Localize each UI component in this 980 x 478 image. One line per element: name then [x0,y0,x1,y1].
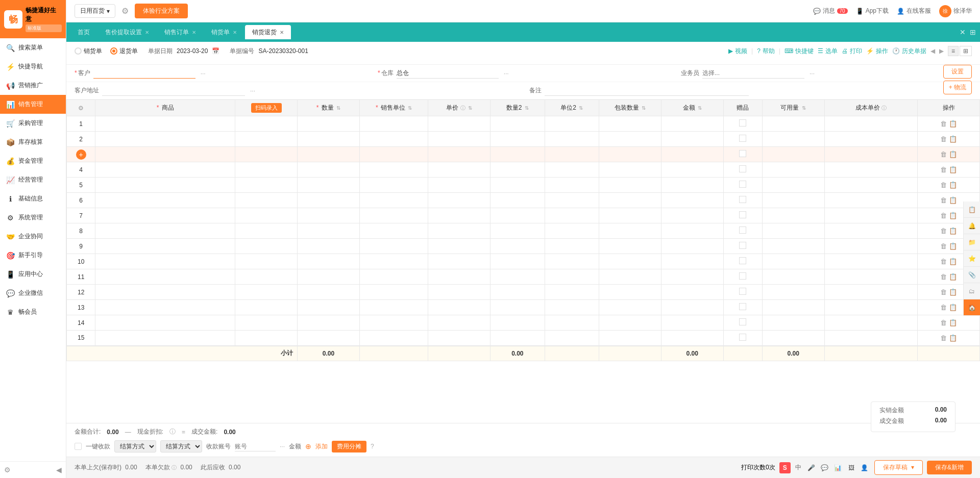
cell-unit-5[interactable] [359,178,428,193]
cell-gift-14[interactable] [723,315,762,331]
cell-pack-3[interactable] [599,147,662,162]
copy-row-btn-6[interactable]: 📋 [949,196,957,204]
address-more-icon[interactable]: ··· [250,87,255,94]
cell-product-8[interactable] [95,223,235,239]
right-btn-file[interactable]: 🗂 [964,283,980,299]
cell-qty-5[interactable] [298,178,360,193]
cell-unit-12[interactable] [359,285,428,300]
delete-row-btn-10[interactable]: 🗑 [940,258,947,265]
cell-gift-5[interactable] [723,178,762,193]
sidebar-item-marketing[interactable]: 📢 营销推广 [0,76,66,95]
copy-row-btn-5[interactable]: 📋 [949,181,957,189]
cell-amount-8[interactable] [661,223,723,239]
cell-gift-6[interactable] [723,193,762,208]
cell-available-13[interactable] [762,300,824,315]
toolbar-shortcut[interactable]: ⌨ 快捷键 [785,47,814,56]
cell-cost-10[interactable] [824,254,918,269]
gift-checkbox-11[interactable] [739,272,746,280]
toolbar-operate[interactable]: ⚡ 操作 [866,47,888,56]
address-input[interactable] [102,85,245,96]
delete-row-btn-15[interactable]: 🗑 [940,334,947,342]
customer-more-icon[interactable]: ··· [201,70,206,77]
cell-qty2-14[interactable] [491,315,545,331]
cell-price-1[interactable] [428,116,491,132]
cell-qty2-12[interactable] [491,285,545,300]
cell-available-6[interactable] [762,193,824,208]
cell-pack-14[interactable] [599,315,662,331]
th-gear[interactable]: ⚙ [67,100,95,116]
right-btn-star[interactable]: ⭐ [964,250,980,267]
radio-return[interactable]: 退货单 [110,47,138,56]
cell-product-15[interactable] [95,331,235,346]
cell-price-8[interactable] [428,223,491,239]
toolbar-history[interactable]: 🕐 历史单据 [892,47,926,56]
sidebar-item-system[interactable]: ⚙ 系统管理 [0,208,66,227]
toolbar-video[interactable]: ▶ 视频 [728,47,747,56]
cell-pack-12[interactable] [599,285,662,300]
view-grid-btn[interactable]: ⊞ [960,46,972,56]
gift-checkbox-13[interactable] [739,303,746,310]
cell-qty-15[interactable] [298,331,360,346]
delete-row-btn-13[interactable]: 🗑 [940,304,947,311]
cell-gift-11[interactable] [723,269,762,285]
cell-product-14[interactable] [95,315,235,331]
tab-sales-order[interactable]: 销售订单 ✕ [157,25,203,39]
cell-amount-1[interactable] [661,116,723,132]
cell-qty-9[interactable] [298,239,360,254]
cell-product-11[interactable] [95,269,235,285]
cell-qty2-13[interactable] [491,300,545,315]
settlement-select[interactable]: 结算方式 [114,440,156,452]
next-doc-icon[interactable]: ▶ [939,47,944,55]
cell-product-3[interactable] [95,147,235,162]
delete-row-btn-4[interactable]: 🗑 [940,166,947,173]
cell-pack-10[interactable] [599,254,662,269]
cell-amount-6[interactable] [661,193,723,208]
delete-row-btn-14[interactable]: 🗑 [940,319,947,326]
cell-available-7[interactable] [762,208,824,223]
cell-product-7[interactable] [95,208,235,223]
cell-qty-2[interactable] [298,132,360,147]
sidebar-item-finance[interactable]: 💰 资金管理 [0,152,66,170]
view-table-btn[interactable]: ≡ [948,46,959,56]
cell-product-12[interactable] [95,285,235,300]
sidebar-item-inventory[interactable]: 📦 库存核算 [0,133,66,152]
cell-amount-3[interactable] [661,147,723,162]
cell-unit-2[interactable] [359,132,428,147]
sales-more-icon[interactable]: ··· [810,70,815,77]
cell-price-12[interactable] [428,285,491,300]
tab-price-extract[interactable]: 售价提取设置 ✕ [98,25,156,39]
topbar-settings-icon[interactable]: ⚙ [121,6,129,16]
gift-checkbox-8[interactable] [739,227,746,234]
copy-row-btn-11[interactable]: 📋 [949,273,957,281]
copy-row-btn-14[interactable]: 📋 [949,319,957,326]
right-btn-bell[interactable]: 🔔 [964,218,980,234]
copy-row-btn-12[interactable]: 📋 [949,288,957,296]
cell-gift-1[interactable] [723,116,762,132]
cell-unit-4[interactable] [359,162,428,178]
pack-sort-icon[interactable]: ⇅ [642,105,646,111]
cell-pack-4[interactable] [599,162,662,178]
cell-amount-2[interactable] [661,132,723,147]
owe-info-icon[interactable]: ⓘ [172,465,177,470]
cell-available-11[interactable] [762,269,824,285]
cell-qty-6[interactable] [298,193,360,208]
delete-row-btn-2[interactable]: 🗑 [940,135,947,143]
unit2-sort-icon[interactable]: ⇅ [579,105,583,111]
cell-unit2-1[interactable] [545,116,599,132]
logistics-side-btn[interactable]: + 物流 [943,81,972,94]
cell-price-7[interactable] [428,208,491,223]
cell-unit2-15[interactable] [545,331,599,346]
cell-amount-14[interactable] [661,315,723,331]
tab-sales-delivery[interactable]: 销货单 ✕ [204,25,244,39]
cell-pack-8[interactable] [599,223,662,239]
copy-row-btn-10[interactable]: 📋 [949,258,957,265]
status-icon-img[interactable]: 🖼 [846,462,857,473]
copy-row-btn-2[interactable]: 📋 [949,135,957,143]
cell-qty2-8[interactable] [491,223,545,239]
cell-unit2-12[interactable] [545,285,599,300]
cell-amount-5[interactable] [661,178,723,193]
cell-qty2-4[interactable] [491,162,545,178]
cell-unit-7[interactable] [359,208,428,223]
cell-gift-13[interactable] [723,300,762,315]
maximize-icon[interactable]: ⊞ [970,28,976,36]
